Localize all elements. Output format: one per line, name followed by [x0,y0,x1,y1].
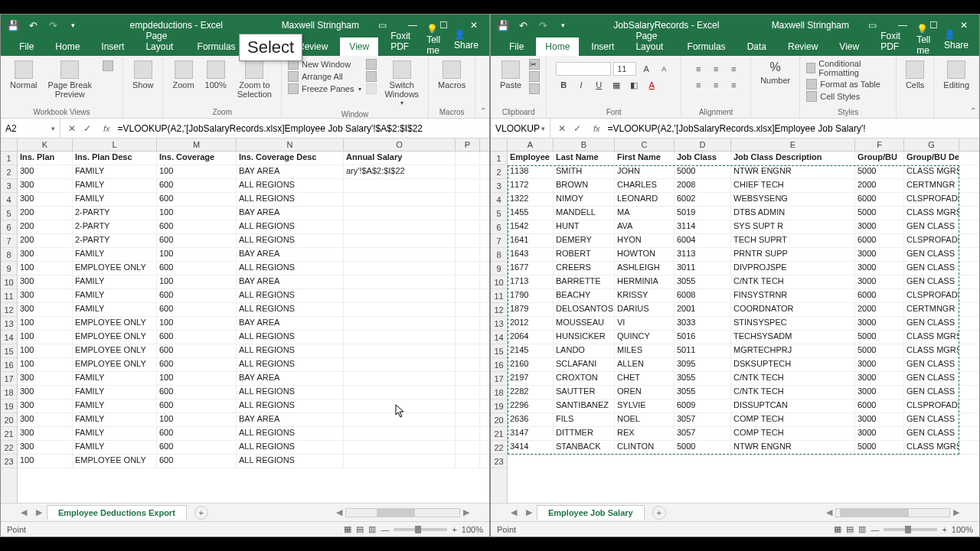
cell[interactable]: EMPLOYEE ONLY [73,358,157,371]
cell[interactable]: SAUTTER [554,386,615,399]
cell[interactable]: 3055 [675,372,731,385]
align-bottom-icon[interactable]: ≡ [726,62,741,76]
row-header[interactable]: 18 [1,386,17,399]
sheet-tab-deductions[interactable]: Employee Deductions Export [47,505,187,520]
cell[interactable]: BAY AREA [237,276,344,289]
cell[interactable]: 1138 [508,165,554,178]
cell[interactable]: ALLEN [615,358,675,371]
align-top-icon[interactable]: ≡ [691,62,706,76]
cell[interactable] [456,386,480,399]
sheet-nav-next-icon[interactable]: ▶ [521,507,537,517]
zoom-button[interactable]: Zoom [169,59,197,91]
cell[interactable] [456,413,480,426]
cell[interactable] [456,358,480,371]
tab-foxit-pdf[interactable]: Foxit PDF [381,27,423,56]
cell[interactable]: EMPLOYEE ONLY [73,317,157,330]
cell[interactable] [456,331,480,344]
header-cell[interactable]: First Name [615,152,675,165]
cell[interactable]: C/NTK TECH [731,386,855,399]
freeze-panes-button[interactable]: Freeze Panes▾ [288,83,361,94]
cell[interactable]: HUNSICKER [554,331,615,344]
tab-page-layout[interactable]: Page Layout [136,27,185,56]
tab-insert[interactable]: Insert [582,37,623,56]
column-header[interactable]: M [157,139,237,151]
cell[interactable]: CLASS MGRS [904,165,959,178]
undo-icon[interactable]: ↶ [27,19,39,31]
cell[interactable] [344,455,456,468]
name-box-right[interactable]: VLOOKUP▾ [491,119,550,138]
cell[interactable]: 6004 [675,234,731,247]
cell[interactable]: 5019 [675,207,731,220]
cell[interactable]: 6009 [675,399,731,412]
bold-button[interactable]: B [556,78,571,92]
fill-color-icon[interactable]: ◧ [626,78,642,92]
underline-button[interactable]: U [591,78,606,92]
cell[interactable]: FAMILY [73,441,157,454]
normal-view-icon[interactable]: ▦ [834,524,841,534]
row-header[interactable]: 10 [1,276,17,289]
sheet-nav-prev-icon[interactable]: ◀ [506,507,521,517]
row-header[interactable]: 13 [491,317,507,331]
cell[interactable]: CLINTON [615,441,675,454]
header-cell[interactable]: Ins. Plan [18,152,73,165]
font-color-icon[interactable]: A [644,78,659,92]
cell[interactable]: 300 [18,289,73,302]
cell[interactable]: 5000 [855,344,904,357]
cell[interactable]: 600 [157,220,237,233]
cell[interactable]: EMPLOYEE ONLY [73,455,157,468]
cell[interactable]: 3113 [675,248,731,261]
cell[interactable]: 600 [157,441,237,454]
cell[interactable]: 300 [18,386,73,399]
cell[interactable]: COORDNATOR [731,303,855,316]
row-header[interactable]: 11 [1,289,17,303]
cell[interactable] [456,317,480,330]
cell[interactable]: BAY AREA [237,207,344,220]
row-header[interactable]: 18 [491,386,507,399]
tell-me-button[interactable]: 💡 Tell me [426,24,446,56]
cell[interactable]: ALL REGIONS [237,289,344,302]
cell[interactable]: 2008 [675,179,731,192]
header-cell[interactable]: Job Class [675,152,731,165]
cell[interactable]: FAMILY [73,193,157,206]
cell[interactable]: 3147 [508,427,554,440]
cell[interactable]: 600 [157,234,237,247]
column-header[interactable]: P [456,139,480,151]
cell[interactable]: ALL REGIONS [237,179,344,192]
row-header[interactable]: 22 [491,441,507,455]
save-icon[interactable]: 💾 [497,19,509,31]
cell[interactable]: 2282 [508,386,554,399]
cell[interactable]: ALL REGIONS [237,234,344,247]
cell[interactable] [456,165,480,178]
tab-page-layout[interactable]: Page Layout [626,27,675,56]
tab-view[interactable]: View [340,37,378,56]
cell[interactable] [456,179,480,192]
cell[interactable]: ASHLEIGH [615,262,675,275]
cell[interactable] [344,358,456,371]
cell[interactable]: ALL REGIONS [237,220,344,233]
conditional-formatting-button[interactable]: Conditional Formatting [806,59,890,77]
cell[interactable] [456,220,480,233]
zoom-slider[interactable] [394,528,447,531]
tab-formulas[interactable]: Formulas [188,37,245,56]
cell[interactable]: 2197 [508,372,554,385]
row-header[interactable]: 7 [1,234,17,248]
row-header[interactable]: 3 [491,179,507,193]
cell[interactable]: CLASS MGRS [904,331,959,344]
cell[interactable] [344,289,456,302]
cell[interactable]: 1677 [508,262,554,275]
row-header[interactable]: 21 [1,427,17,441]
cell[interactable]: DELOSANTOS [554,303,615,316]
cell[interactable]: TECH SUPRT [731,234,855,247]
cell[interactable]: GEN CLASS [904,248,959,261]
row-header[interactable]: 4 [1,193,17,207]
cell[interactable]: NTWR ENGNR [731,441,855,454]
border-icon[interactable]: ▦ [609,78,624,92]
row-header[interactable]: 20 [1,413,17,427]
cell[interactable] [344,220,456,233]
cell[interactable]: ROBERT [554,248,615,261]
row-header[interactable]: 8 [491,248,507,262]
cell[interactable]: CLASS MGRS [904,207,959,220]
cell[interactable]: 3011 [675,262,731,275]
cell[interactable]: 1879 [508,303,554,316]
cell[interactable]: FAMILY [73,289,157,302]
